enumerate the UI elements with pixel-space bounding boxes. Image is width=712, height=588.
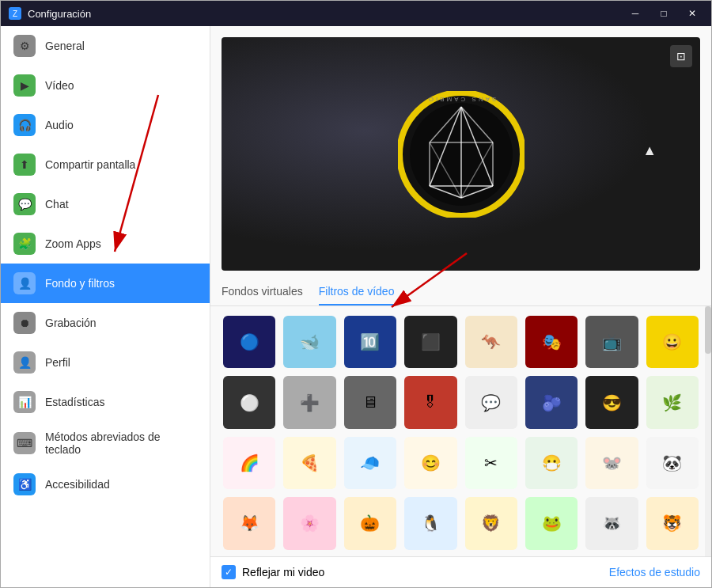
tabs-container: Fondos virtuales Filtros de vídeo (210, 271, 711, 306)
svg-text:SANS CAMBIO: SANS CAMBIO (426, 96, 496, 103)
filter-item[interactable]: 🦊 (222, 495, 277, 551)
sidebar-item-screen[interactable]: ⬆Compartir pantalla (1, 145, 210, 184)
screen-icon: ⬆ (13, 154, 36, 176)
filter-thumbnail: 🐼 (646, 437, 699, 489)
video-icon: ▶ (13, 74, 36, 97)
tab-virtual-bg[interactable]: Fondos virtuales (222, 280, 303, 305)
chat-icon: 💬 (13, 193, 36, 215)
mirror-checkbox[interactable]: ✓ (222, 565, 236, 579)
expand-button[interactable]: ⊡ (670, 45, 692, 67)
sidebar-item-accessibility[interactable]: ♿Accesibilidad (1, 465, 210, 504)
filter-thumbnail: 🍕 (283, 437, 335, 489)
sidebar-label-stats: Estadísticas (45, 396, 104, 408)
filter-item[interactable]: 🌈 (222, 435, 277, 491)
filter-item[interactable]: 🦁 (464, 495, 519, 551)
filter-item[interactable]: 🌿 (645, 374, 700, 430)
scrollbar-thumb[interactable] (705, 306, 711, 354)
filter-item[interactable]: 🐭 (584, 435, 639, 491)
close-button[interactable]: ✕ (681, 6, 703, 21)
filter-thumbnail: ✂ (465, 437, 517, 489)
filter-item[interactable]: 🐸 (524, 495, 579, 551)
filter-thumbnail: 🌈 (223, 437, 275, 489)
sidebar-label-bg: Fondo y filtros (45, 277, 115, 290)
preview-background: SANS CAMBIO (222, 37, 700, 271)
filter-item[interactable]: 😎 (584, 374, 639, 430)
filter-item[interactable]: ⬛ (403, 314, 458, 370)
sidebar-item-keyboard[interactable]: ⌨Métodos abreviados de teclado (1, 422, 210, 465)
mirror-video-row: ✓ Reflejar mi video (222, 565, 324, 579)
filters-grid: 🔵🐋🔟⬛🦘🎭📺😀⚪➕🖥🎖💬🫐😎🌿🌈🍕🧢😊✂😷🐭🐼🦊🌸🎃🐧🦁🐸🦝🐯 (222, 314, 700, 552)
filter-item[interactable]: 🖥 (343, 374, 398, 430)
tab-video-filters[interactable]: Filtros de vídeo (319, 280, 395, 305)
maximize-button[interactable]: □ (653, 6, 675, 21)
filter-item[interactable]: ⚪ (222, 374, 277, 430)
bg-icon: 👤 (13, 272, 36, 294)
apps-icon: 🧩 (13, 233, 36, 255)
sidebar-item-record[interactable]: ⏺Grabación (1, 303, 210, 343)
filter-item[interactable]: 🦝 (584, 495, 639, 551)
filter-thumbnail: 🐸 (525, 497, 578, 549)
titlebar: Z Configuración ─ □ ✕ (1, 1, 711, 26)
sidebar-item-audio[interactable]: 🎧Audio (1, 105, 210, 145)
filter-item[interactable]: 🎃 (343, 495, 398, 551)
scrollbar-track[interactable] (705, 306, 711, 556)
filters-area[interactable]: 🔵🐋🔟⬛🦘🎭📺😀⚪➕🖥🎖💬🫐😎🌿🌈🍕🧢😊✂😷🐭🐼🦊🌸🎃🐧🦁🐸🦝🐯 (210, 306, 711, 556)
minimize-button[interactable]: ─ (624, 6, 646, 21)
sidebar-item-video[interactable]: ▶Vídeo (1, 66, 210, 105)
filter-item[interactable]: 🐯 (645, 495, 700, 551)
sidebar-item-stats[interactable]: 📊Estadísticas (1, 382, 210, 422)
filter-thumbnail: 🌿 (646, 376, 699, 428)
filter-item[interactable]: 😊 (403, 435, 458, 491)
sidebar-item-chat[interactable]: 💬Chat (1, 184, 210, 224)
filter-thumbnail: 😀 (646, 316, 699, 368)
sidebar-item-apps[interactable]: 🧩Zoom Apps (1, 224, 210, 264)
filter-thumbnail: 🐋 (283, 316, 335, 368)
filter-item[interactable]: 🧢 (343, 435, 398, 491)
mirror-video-label: Reflejar mi video (242, 566, 324, 579)
filter-item[interactable]: 😷 (524, 435, 579, 491)
sidebar-label-screen: Compartir pantalla (45, 158, 135, 171)
filter-thumbnail: 😷 (525, 437, 578, 489)
filter-thumbnail: 🔵 (223, 316, 275, 368)
sidebar-label-accessibility: Accesibilidad (45, 478, 110, 491)
filter-thumbnail: 🌸 (283, 497, 335, 549)
sidebar: ⚙General▶Vídeo🎧Audio⬆Compartir pantalla💬… (1, 26, 210, 587)
sidebar-item-profile[interactable]: 👤Perfil (1, 343, 210, 382)
sidebar-label-apps: Zoom Apps (45, 237, 101, 250)
sidebar-label-video: Vídeo (45, 79, 74, 92)
sidebar-label-general: General (45, 40, 85, 52)
filter-item[interactable]: 😀 (645, 314, 700, 370)
filter-item[interactable]: ✂ (464, 435, 519, 491)
filter-item[interactable]: 🐼 (645, 435, 700, 491)
filter-item[interactable]: 🐧 (403, 495, 458, 551)
filter-thumbnail: 😊 (404, 437, 456, 489)
filter-item[interactable]: 🦘 (464, 314, 519, 370)
filter-thumbnail: 🦘 (465, 316, 517, 368)
filter-item[interactable]: 📺 (584, 314, 639, 370)
filter-item[interactable]: 💬 (464, 374, 519, 430)
sidebar-item-bg[interactable]: 👤Fondo y filtros (1, 264, 210, 303)
filter-item[interactable]: ➕ (282, 374, 337, 430)
filter-thumbnail: 💬 (465, 376, 517, 428)
filter-thumbnail: ⚪ (223, 376, 275, 428)
filter-thumbnail: 🐯 (646, 497, 699, 549)
filter-thumbnail: 🐭 (585, 437, 638, 489)
filter-item[interactable]: 🍕 (282, 435, 337, 491)
filter-item[interactable]: 🔟 (343, 314, 398, 370)
filter-item[interactable]: 🎭 (524, 314, 579, 370)
filter-item[interactable]: 🎖 (403, 374, 458, 430)
filter-thumbnail: 🖥 (344, 376, 396, 428)
filter-item[interactable]: 🐋 (282, 314, 337, 370)
studio-effects-link[interactable]: Efectos de estudio (609, 566, 700, 579)
filter-item[interactable]: 🌸 (282, 495, 337, 551)
filter-thumbnail: 🧢 (344, 437, 396, 489)
filter-item[interactable]: 🔵 (222, 314, 277, 370)
filter-thumbnail: 🦝 (585, 497, 638, 549)
filter-thumbnail: 🎖 (404, 376, 456, 428)
profile-icon: 👤 (13, 351, 36, 374)
filter-thumbnail: 🦊 (223, 497, 275, 549)
preview-logo: SANS CAMBIO (398, 91, 525, 218)
sidebar-label-profile: Perfil (45, 356, 70, 369)
filter-item[interactable]: 🫐 (524, 374, 579, 430)
sidebar-item-general[interactable]: ⚙General (1, 26, 210, 66)
